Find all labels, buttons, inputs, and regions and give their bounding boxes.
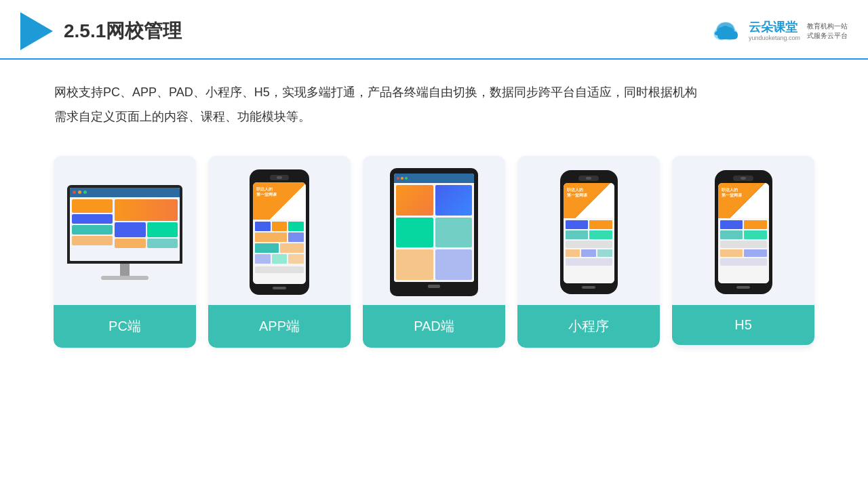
card-pad-label: PAD端 [363, 305, 505, 348]
phone-h5-icon: 职达人的第一堂网课 [715, 170, 772, 294]
card-pad-image [363, 156, 505, 305]
brand-text: 云朵课堂 yunduoketang.com [749, 20, 800, 42]
brand-name: 云朵课堂 [749, 20, 800, 35]
pc-monitor-icon [67, 185, 182, 280]
card-pc: PC端 [54, 156, 196, 348]
header-left: 2.5.1网校管理 [20, 12, 182, 50]
brand-slogan: 教育机构一站式服务云平台 [807, 22, 848, 41]
card-pc-label: PC端 [54, 305, 196, 348]
logo-triangle-icon [20, 12, 53, 50]
header: 2.5.1网校管理 云朵课堂 yunduoketang.com 教育机构一站式服… [0, 0, 868, 60]
card-app-image: 职达人的第一堂网课 [208, 156, 351, 305]
card-h5-label: H5 [672, 305, 814, 345]
header-right: 云朵课堂 yunduoketang.com 教育机构一站式服务云平台 [709, 20, 848, 42]
card-app-label: APP端 [208, 305, 351, 348]
brand-logo [709, 20, 742, 42]
phone-app-icon: 职达人的第一堂网课 [250, 169, 309, 295]
card-miniprogram: 职达人的第一堂网课 [517, 156, 660, 348]
card-miniprogram-label: 小程序 [517, 305, 660, 348]
card-miniprogram-image: 职达人的第一堂网课 [517, 156, 660, 305]
tablet-icon [390, 168, 478, 296]
cards-section: PC端 职达人的第一堂网课 [0, 129, 868, 368]
phone-miniprogram-icon: 职达人的第一堂网课 [560, 170, 618, 294]
card-pad: PAD端 [363, 156, 505, 348]
description-text: 网校支持PC、APP、PAD、小程序、H5，实现多端打通，产品各终端自由切换，数… [0, 60, 868, 129]
card-app: 职达人的第一堂网课 [208, 156, 351, 348]
page-title: 2.5.1网校管理 [64, 18, 182, 44]
card-h5-image: 职达人的第一堂网课 [672, 156, 814, 305]
card-pc-image [54, 156, 196, 305]
brand-url: yunduoketang.com [749, 35, 800, 42]
cloud-icon [709, 20, 742, 42]
card-h5: 职达人的第一堂网课 [672, 156, 814, 348]
